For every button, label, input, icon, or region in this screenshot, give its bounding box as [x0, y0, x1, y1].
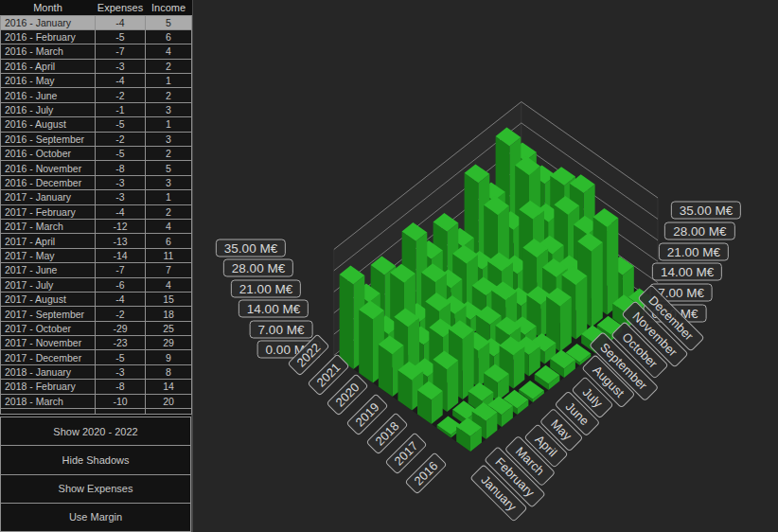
table-row[interactable]: 2017 - January-31 [1, 190, 192, 204]
cell-expenses: -4 [96, 15, 146, 29]
cell-income: 1 [146, 117, 192, 132]
table-row[interactable]: 2016 - October-52 [1, 147, 192, 161]
cell-month: 2016 - March [1, 44, 96, 59]
cell-income: 14 [146, 380, 192, 394]
cell-income: 2 [146, 204, 192, 219]
table-row[interactable]: 2018 - March-1020 [1, 394, 192, 408]
table-row[interactable]: 2017 - August-415 [1, 292, 192, 306]
chart-area[interactable]: 0.00 M€7.00 M€14.00 M€21.00 M€28.00 M€35… [193, 0, 778, 532]
cell-expenses: -3 [96, 364, 146, 379]
table-row[interactable]: 2016 - March-74 [1, 44, 192, 59]
table-row[interactable]: 2017 - November-2329 [1, 336, 192, 350]
show-expenses-button[interactable]: Show Expenses [0, 474, 191, 504]
cell-income: 2 [146, 88, 192, 102]
column-header-expenses: Expenses [96, 0, 146, 15]
cell-month: 2017 - February [1, 204, 96, 219]
cell-income: 2 [146, 59, 192, 73]
table-row[interactable]: 2016 - December-33 [1, 175, 192, 189]
cell-income: 3 [146, 102, 192, 116]
cell-income: 29 [146, 336, 192, 350]
table-row[interactable]: 2016 - May-41 [1, 74, 192, 88]
cell-income: 4 [146, 219, 192, 233]
table-row[interactable]: 2017 - April-136 [1, 234, 192, 248]
bar-face-right [560, 297, 572, 351]
cell-income: 1 [146, 190, 192, 204]
cell-month: 2016 - November [1, 161, 96, 175]
cell-month: 2016 - July [1, 102, 96, 116]
cell-month: 2016 - April [1, 59, 96, 73]
cell-expenses: -2 [96, 307, 146, 321]
cell-month: 2018 - January [1, 364, 96, 379]
cell-month: 2016 - October [1, 147, 96, 161]
hide-shadows-button[interactable]: Hide Shadows [0, 445, 191, 474]
cell-month: 2018 - March [1, 394, 96, 408]
cell-expenses: -13 [96, 234, 146, 248]
table-row[interactable]: 2017 - February-42 [1, 204, 192, 219]
cell-expenses: -10 [96, 394, 146, 408]
table-row[interactable]: 2017 - September-218 [1, 307, 192, 321]
cell-expenses: -14 [96, 248, 146, 262]
cell-month: 2017 - November [1, 336, 96, 350]
table-row[interactable]: 2017 - December-59 [1, 350, 192, 364]
table-row[interactable]: 2017 - March-124 [1, 219, 192, 233]
cell-expenses: -3 [96, 175, 146, 189]
cell-month: 2016 - May [1, 74, 96, 88]
table-spacer-row [1, 409, 192, 415]
bar-face-right [592, 242, 603, 327]
cell-income: 20 [146, 394, 192, 408]
cell-expenses: -5 [96, 29, 146, 44]
table-row[interactable]: 2017 - July-64 [1, 277, 192, 292]
cell-income: 4 [146, 44, 192, 59]
column-header-month: Month [1, 0, 96, 15]
table-header: Month Expenses Income [1, 0, 192, 15]
cell-expenses: -4 [96, 74, 146, 88]
table-row[interactable]: 2016 - April-32 [1, 59, 192, 73]
cell-month: 2017 - April [1, 234, 96, 248]
cell-income: 1 [146, 74, 192, 88]
cell-income: 6 [146, 29, 192, 44]
cell-income: 8 [146, 364, 192, 379]
cell-expenses: -3 [96, 59, 146, 73]
cell-month: 2017 - January [1, 190, 96, 204]
cell-expenses: -2 [96, 88, 146, 102]
table-row[interactable]: 2016 - August-51 [1, 117, 192, 132]
data-table: Month Expenses Income 2016 - January-452… [0, 0, 192, 415]
table-row[interactable]: 2016 - September-23 [1, 132, 192, 146]
show-years-button[interactable]: Show 2020 - 2022 [0, 417, 191, 446]
cell-month: 2017 - March [1, 219, 96, 233]
table-row[interactable]: 2017 - October-2925 [1, 321, 192, 335]
use-margin-button[interactable]: Use Margin [0, 503, 191, 532]
bar-face-left [340, 275, 354, 369]
table-row[interactable]: 2016 - November-85 [1, 161, 192, 175]
cell-income: 11 [146, 248, 192, 262]
cell-income: 5 [146, 15, 192, 29]
cell-expenses: -7 [96, 263, 146, 277]
bar-face-right [447, 361, 458, 412]
cell-month: 2016 - August [1, 117, 96, 132]
table-row[interactable]: 2016 - June-22 [1, 88, 192, 102]
cell-month: 2017 - May [1, 248, 96, 262]
cell-income: 18 [146, 307, 192, 321]
cell-income: 3 [146, 132, 192, 146]
cell-month: 2017 - September [1, 307, 96, 321]
data-panel: Month Expenses Income 2016 - January-452… [0, 0, 193, 532]
table-row[interactable]: 2018 - January-38 [1, 364, 192, 379]
bar-face-left [359, 310, 373, 383]
table-row[interactable]: 2016 - July-13 [1, 102, 192, 116]
table-row[interactable]: 2018 - February-814 [1, 380, 192, 394]
cell-income: 4 [146, 277, 192, 292]
cell-expenses: -6 [96, 277, 146, 292]
cell-expenses: -5 [96, 350, 146, 364]
table-row[interactable]: 2016 - January-45 [1, 15, 192, 29]
cell-income: 25 [146, 321, 192, 335]
cell-income: 6 [146, 234, 192, 248]
cell-month: 2018 - February [1, 380, 96, 394]
cell-month: 2017 - October [1, 321, 96, 335]
cell-month: 2017 - December [1, 350, 96, 364]
cell-income: 7 [146, 263, 192, 277]
cell-month: 2016 - September [1, 132, 96, 146]
cell-expenses: -4 [96, 292, 146, 306]
table-row[interactable]: 2016 - February-56 [1, 29, 192, 44]
table-row[interactable]: 2017 - May-1411 [1, 248, 192, 262]
table-row[interactable]: 2017 - June-77 [1, 263, 192, 277]
